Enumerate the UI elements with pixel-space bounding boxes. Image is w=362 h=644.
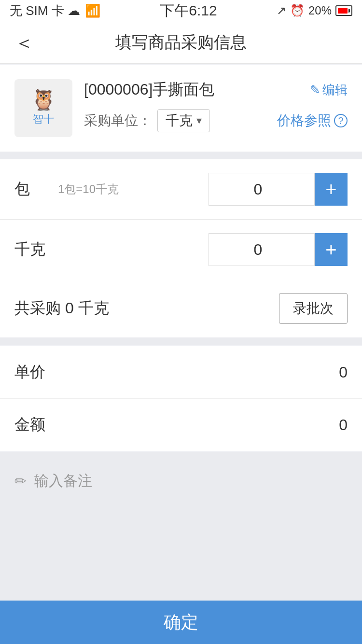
unit-value: 千克 — [166, 112, 193, 130]
bag-plus-button[interactable]: + — [315, 173, 348, 206]
status-time: 下午6:12 — [160, 1, 217, 21]
bag-input[interactable] — [209, 173, 315, 206]
bag-input-row: 包 1包=10千克 + — [0, 159, 362, 220]
unit-price-row: 单价 0 — [0, 346, 362, 399]
product-section: 🦉 智十 [0000006]手撕面包 ✎ 编辑 采购单位： 千克 ▾ — [0, 65, 362, 152]
unit-price-label: 单价 — [14, 362, 45, 383]
kg-input[interactable] — [209, 233, 315, 266]
amount-value: 0 — [339, 416, 348, 434]
battery-percent: 20% — [308, 4, 332, 17]
divider-2 — [0, 337, 362, 345]
unit-left: 采购单位： 千克 ▾ — [84, 109, 210, 132]
pencil-icon: ✏ — [14, 473, 27, 490]
wifi-icon: 📶 — [85, 3, 100, 18]
notes-section[interactable]: ✏ 输入备注 — [0, 452, 362, 510]
status-left: 无 SIM 卡 ☁ 📶 — [10, 2, 100, 19]
bag-label: 包 — [14, 179, 53, 200]
kg-input-wrap: + — [209, 233, 348, 266]
product-full-name: [0000006]手撕面包 — [84, 79, 214, 100]
product-image: 🦉 智十 — [14, 79, 72, 137]
edit-icon: ✎ — [310, 83, 320, 98]
input-section: 包 1包=10千克 + 千克 + — [0, 159, 362, 280]
logo-text: 智十 — [33, 112, 54, 126]
unit-label: 采购单位： — [84, 112, 152, 130]
amount-label: 金额 — [14, 414, 45, 435]
edit-label: 编辑 — [322, 82, 348, 98]
amount-row: 金额 0 — [0, 399, 362, 451]
price-ref-label: 价格参照 — [277, 112, 331, 130]
status-bar: 无 SIM 卡 ☁ 📶 下午6:12 ↗ ⏰ 20% — [0, 0, 362, 21]
bag-input-wrap: + — [209, 173, 348, 206]
kg-plus-button[interactable]: + — [315, 233, 348, 266]
unit-arrow: ▾ — [196, 114, 202, 127]
unit-selector[interactable]: 千克 ▾ — [157, 109, 210, 132]
bag-hint: 1包=10千克 — [58, 182, 209, 197]
product-name-row: [0000006]手撕面包 ✎ 编辑 — [84, 79, 348, 100]
page-title: 填写商品采购信息 — [43, 31, 319, 54]
summary-row: 共采购 0 千克 录批次 — [0, 280, 362, 337]
product-info: [0000006]手撕面包 ✎ 编辑 采购单位： 千克 ▾ 价格参照 ? — [84, 79, 348, 132]
confirm-button[interactable]: 确定 — [0, 601, 362, 644]
back-button[interactable]: ＜ — [14, 33, 34, 52]
notes-placeholder: 输入备注 — [34, 471, 92, 491]
status-right: ↗ ⏰ 20% — [277, 4, 352, 17]
unit-price-value: 0 — [339, 364, 348, 381]
help-icon: ? — [334, 114, 348, 127]
price-section: 单价 0 金额 0 — [0, 346, 362, 451]
purchase-unit-row: 采购单位： 千克 ▾ 价格参照 ? — [84, 109, 348, 132]
battery-icon — [335, 5, 352, 16]
owl-icon: 🦉 — [31, 90, 56, 110]
alarm-icon: ⏰ — [290, 4, 305, 17]
price-ref-button[interactable]: 价格参照 ? — [277, 112, 348, 130]
batch-button[interactable]: 录批次 — [279, 293, 348, 324]
sim-status: 无 SIM 卡 ☁ — [10, 2, 80, 19]
nav-bar: ＜ 填写商品采购信息 — [0, 21, 362, 64]
location-icon: ↗ — [277, 4, 286, 17]
divider-1 — [0, 152, 362, 159]
kg-label: 千克 — [14, 239, 53, 260]
kg-input-row: 千克 + — [0, 220, 362, 280]
summary-text: 共采购 0 千克 — [14, 298, 109, 319]
edit-button[interactable]: ✎ 编辑 — [310, 82, 348, 98]
